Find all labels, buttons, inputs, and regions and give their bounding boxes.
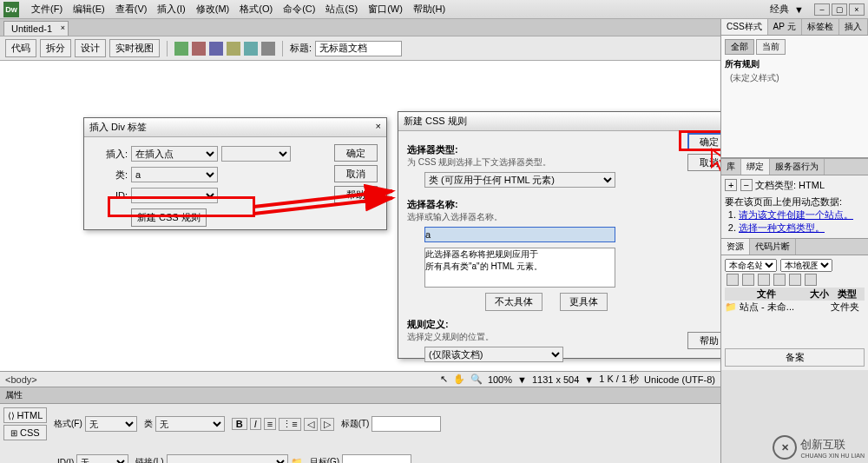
live-view-button[interactable]: 实时视图 xyxy=(109,39,160,57)
file-panel-icon[interactable] xyxy=(773,274,786,286)
menu-command[interactable]: 命令(C) xyxy=(278,3,320,16)
design-view-button[interactable]: 设计 xyxy=(75,39,106,57)
cancel-button[interactable]: 取消 xyxy=(334,165,378,182)
tag-selector[interactable]: <body> xyxy=(5,374,37,385)
tab-ap-elements[interactable]: AP 元 xyxy=(768,19,802,35)
file-panel-icon[interactable] xyxy=(727,274,739,286)
step-1[interactable]: 请为该文件创建一个站点。 xyxy=(739,209,853,220)
tab-css-styles[interactable]: CSS样式 xyxy=(721,19,768,35)
col-type[interactable]: 类型 xyxy=(831,288,865,301)
class-select[interactable]: a xyxy=(131,167,218,182)
file-panel-icon[interactable] xyxy=(742,274,754,286)
menu-edit[interactable]: 编辑(E) xyxy=(68,3,110,16)
dialog-close-icon[interactable]: × xyxy=(376,121,381,134)
site-select[interactable]: 本命名站点 8 xyxy=(725,259,777,272)
maximize-button[interactable]: ▢ xyxy=(832,3,847,16)
menu-insert[interactable]: 插入(I) xyxy=(152,3,190,16)
zoom-level[interactable]: 100% xyxy=(488,374,512,385)
file-panel-icon[interactable] xyxy=(789,274,801,286)
css-panel-tabs: CSS样式 AP 元 标签检 插入 xyxy=(721,19,868,36)
properties-header[interactable]: 属性 xyxy=(0,387,720,404)
rule-def-select[interactable]: (仅限该文档) xyxy=(424,347,563,362)
tab-assets[interactable]: 资源 xyxy=(721,239,750,255)
hand-icon[interactable]: ✋ xyxy=(453,374,465,385)
tab-tag-inspect[interactable]: 标签检 xyxy=(802,19,839,35)
right-panel: CSS样式 AP 元 标签检 插入 全部 当前 所有规则 (未定义样式) 库 绑… xyxy=(720,19,868,463)
outdent-icon[interactable]: ◁ xyxy=(304,418,318,431)
html-mode-button[interactable]: ⟨⟩ HTML xyxy=(3,407,47,423)
toolbar-icon[interactable] xyxy=(244,42,258,56)
insert-select[interactable]: 在插入点 xyxy=(131,146,218,162)
insert-target-select[interactable] xyxy=(221,146,291,162)
title-input[interactable] xyxy=(315,41,402,56)
file-panel-icon[interactable] xyxy=(758,274,770,286)
col-file[interactable]: 文件 xyxy=(725,288,807,301)
zoom-icon[interactable]: 🔍 xyxy=(470,374,483,385)
selector-name-input[interactable] xyxy=(424,227,615,242)
css-mode-button[interactable]: ⊞ CSS xyxy=(3,425,47,440)
less-specific-button[interactable]: 不太具体 xyxy=(485,293,542,311)
selector-name-label: 选择器名称: xyxy=(407,198,731,211)
menu-site[interactable]: 站点(S) xyxy=(320,3,363,16)
file-panel-icon[interactable] xyxy=(805,274,817,286)
tab-library[interactable]: 库 xyxy=(721,159,741,175)
menu-modify[interactable]: 修改(M) xyxy=(191,3,235,16)
more-specific-button[interactable]: 更具体 xyxy=(560,293,608,311)
split-view-button[interactable]: 拆分 xyxy=(40,39,71,57)
step-2[interactable]: 选择一种文档类型。 xyxy=(739,222,825,233)
title-input[interactable] xyxy=(372,416,441,432)
tab-insert[interactable]: 插入 xyxy=(839,19,868,35)
menu-help[interactable]: 帮助(H) xyxy=(408,3,450,16)
code-view-button[interactable]: 代码 xyxy=(5,39,36,57)
view-select[interactable]: 本地视图 xyxy=(780,259,832,272)
app-logo: Dw xyxy=(3,2,19,17)
indent-icon[interactable]: ▷ xyxy=(320,418,334,431)
layout-dropdown[interactable]: 经典 xyxy=(770,3,789,16)
menu-file[interactable]: 文件(F) xyxy=(26,3,68,16)
no-style-item: (未定义样式) xyxy=(725,72,865,84)
current-button[interactable]: 当前 xyxy=(756,39,786,55)
help-button[interactable]: 帮助 xyxy=(334,186,378,203)
menu-format[interactable]: 格式(O) xyxy=(234,3,278,16)
selector-description: 此选择器名称将把规则应用于 所有具有类"a"的 HTML 元素。 xyxy=(424,248,615,288)
toolbar-icon[interactable] xyxy=(209,42,223,56)
tab-bindings[interactable]: 绑定 xyxy=(741,159,770,175)
document-tab[interactable]: Untitled-1 × xyxy=(3,21,69,36)
doc-type-label: 文档类型: HTML xyxy=(755,180,825,190)
list-icon[interactable]: ≡ xyxy=(264,418,276,430)
target-input[interactable] xyxy=(342,454,411,463)
site-row[interactable]: 站点 - 未命... xyxy=(740,301,794,312)
format-select[interactable]: 无 xyxy=(85,416,137,432)
id-label: ID(I) xyxy=(57,458,74,464)
selector-type-select[interactable]: 类 (可应用于任何 HTML 元素) xyxy=(424,172,615,188)
bold-button[interactable]: B xyxy=(232,418,247,430)
selector-type-hint: 为 CSS 规则选择上下文选择器类型。 xyxy=(407,156,731,169)
status-bar: <body> ↖ ✋ 🔍 100% ▼ 1131 x 504 ▼ 1 K / 1… xyxy=(0,371,720,387)
italic-button[interactable]: I xyxy=(250,418,261,430)
tab-server-behaviors[interactable]: 服务器行为 xyxy=(770,159,825,175)
dimensions: 1131 x 504 xyxy=(532,374,579,385)
id-select[interactable]: 无 xyxy=(76,454,128,463)
class-select[interactable]: 无 xyxy=(155,416,225,432)
pointer-icon[interactable]: ↖ xyxy=(440,374,448,385)
file-size: 1 K / 1 秒 xyxy=(599,373,639,386)
class-label: 类: xyxy=(93,169,128,182)
toolbar-icon[interactable] xyxy=(227,42,240,56)
ok-button[interactable]: 确定 xyxy=(334,144,378,162)
toolbar-icon[interactable] xyxy=(174,42,188,56)
link-select[interactable] xyxy=(167,454,288,463)
toolbar-icon[interactable] xyxy=(192,42,206,56)
tab-snippets[interactable]: 代码片断 xyxy=(750,239,796,255)
menu-window[interactable]: 窗口(W) xyxy=(363,3,408,16)
encoding: Unicode (UTF-8) xyxy=(644,374,715,385)
close-button[interactable]: × xyxy=(849,3,865,16)
tab-close-icon[interactable]: × xyxy=(61,23,65,32)
link-browse-icon[interactable]: 📁 xyxy=(291,457,303,464)
menu-view[interactable]: 查看(V) xyxy=(110,3,153,16)
all-button[interactable]: 全部 xyxy=(725,39,754,55)
list-icon[interactable]: ⋮≡ xyxy=(279,418,300,431)
col-size[interactable]: 大小 xyxy=(807,288,830,301)
minimize-button[interactable]: – xyxy=(814,3,830,16)
toolbar-icon[interactable] xyxy=(261,42,275,56)
note-label: 备案 xyxy=(725,348,865,367)
